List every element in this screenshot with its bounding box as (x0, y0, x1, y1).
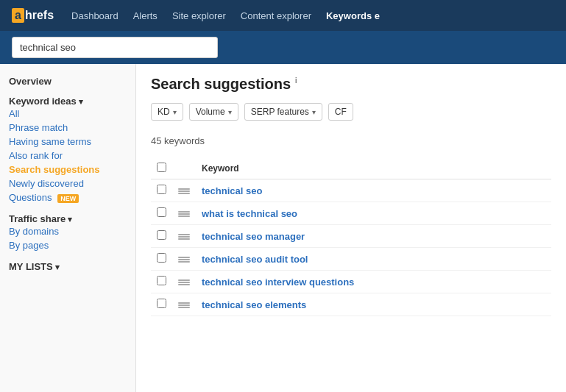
sidebar-item-by-pages[interactable]: By pages (9, 238, 127, 252)
sidebar: Overview Keyword ideas All Phrase match … (0, 64, 136, 392)
keywords-count: 45 keywords (151, 131, 551, 151)
row-checkbox-cell (151, 225, 172, 248)
sidebar-item-also-rank-for[interactable]: Also rank for (9, 149, 127, 163)
row-keyword-cell: technical seo interview questions (196, 271, 551, 293)
nav-keywords-explorer[interactable]: Keywords e (326, 1, 380, 30)
kd-arrow: ▾ (173, 108, 177, 116)
filter-kd[interactable]: KD ▾ (151, 103, 183, 121)
sidebar-item-search-suggestions[interactable]: Search suggestions (9, 163, 127, 177)
sidebar-traffic-share-group: Traffic share By domains By pages (9, 213, 127, 252)
row-checkbox-cell (151, 293, 172, 316)
lines-icon (178, 278, 190, 287)
select-all-checkbox[interactable] (157, 163, 166, 172)
keyword-link-0[interactable]: technical seo (202, 185, 262, 196)
row-checkbox-cell (151, 179, 172, 202)
row-checkbox-2[interactable] (157, 230, 166, 240)
search-bar (0, 31, 566, 64)
table-row: technical seo manager (151, 225, 551, 248)
sidebar-item-having-same-terms[interactable]: Having same terms (9, 135, 127, 149)
keyword-link-2[interactable]: technical seo manager (202, 231, 305, 242)
row-checkbox-cell (151, 271, 172, 293)
row-icon-cell (172, 248, 196, 271)
nav-alerts[interactable]: Alerts (133, 1, 158, 30)
table-header-keyword: Keyword (196, 158, 551, 179)
new-badge: NEW (57, 194, 79, 203)
logo-a-letter: a (12, 8, 24, 23)
filters-row: KD ▾ Volume ▾ SERP features ▾ CF (151, 103, 551, 121)
info-icon[interactable]: i (295, 76, 297, 85)
row-checkbox-0[interactable] (157, 185, 166, 194)
main-layout: Overview Keyword ideas All Phrase match … (0, 64, 566, 392)
sidebar-keyword-ideas-group: Keyword ideas All Phrase match Having sa… (9, 96, 127, 204)
row-icon-cell (172, 271, 196, 293)
row-checkbox-5[interactable] (157, 299, 166, 308)
table-row: technical seo elements (151, 293, 551, 316)
search-input[interactable] (12, 37, 218, 58)
page-title: Search suggestions i (151, 76, 551, 93)
sidebar-item-phrase-match[interactable]: Phrase match (9, 121, 127, 135)
keyword-link-1[interactable]: what is technical seo (202, 208, 297, 219)
nav-site-explorer[interactable]: Site explorer (172, 1, 226, 30)
sidebar-my-lists-title[interactable]: MY LISTS (9, 261, 60, 272)
table-row: what is technical seo (151, 202, 551, 225)
sidebar-traffic-share-title[interactable]: Traffic share (9, 213, 72, 224)
lines-icon (178, 210, 190, 218)
row-icon-cell (172, 202, 196, 225)
row-checkbox-4[interactable] (157, 276, 166, 285)
table-row: technical seo interview questions (151, 271, 551, 293)
keyword-link-4[interactable]: technical seo interview questions (202, 277, 354, 288)
lines-icon (178, 301, 190, 310)
row-checkbox-cell (151, 202, 172, 225)
row-keyword-cell: technical seo elements (196, 293, 551, 316)
filter-serp-features[interactable]: SERP features ▾ (244, 103, 322, 121)
filter-cf[interactable]: CF (328, 103, 353, 121)
sidebar-overview-group: Overview (9, 76, 127, 87)
table-row: technical seo (151, 179, 551, 202)
nav-dashboard[interactable]: Dashboard (71, 1, 118, 30)
keywords-table: Keyword technical seo (151, 158, 551, 316)
row-keyword-cell: technical seo (196, 179, 551, 202)
keyword-link-5[interactable]: technical seo elements (202, 299, 306, 310)
keyword-link-3[interactable]: technical seo audit tool (202, 254, 308, 265)
row-icon-cell (172, 225, 196, 248)
row-checkbox-1[interactable] (157, 207, 166, 217)
sidebar-my-lists-group: MY LISTS (9, 261, 127, 272)
filter-volume[interactable]: Volume ▾ (189, 103, 238, 121)
row-checkbox-3[interactable] (157, 253, 166, 263)
row-icon-cell (172, 179, 196, 202)
nav-content-explorer[interactable]: Content explorer (241, 1, 311, 30)
volume-arrow: ▾ (228, 108, 232, 116)
logo[interactable]: a hrefs (12, 8, 54, 23)
row-keyword-cell: technical seo manager (196, 225, 551, 248)
sidebar-item-by-domains[interactable]: By domains (9, 224, 127, 238)
table-header-icon (172, 158, 196, 179)
serp-arrow: ▾ (312, 108, 316, 116)
table-header-checkbox (151, 158, 172, 179)
top-nav: a hrefs Dashboard Alerts Site explorer C… (0, 0, 566, 31)
nav-items: Dashboard Alerts Site explorer Content e… (71, 1, 380, 30)
sidebar-item-all[interactable]: All (9, 107, 127, 121)
row-checkbox-cell (151, 248, 172, 271)
lines-icon (178, 232, 190, 241)
row-icon-cell (172, 293, 196, 316)
logo-hrefs-text: hrefs (25, 9, 54, 22)
table-row: technical seo audit tool (151, 248, 551, 271)
sidebar-item-newly-discovered[interactable]: Newly discovered (9, 177, 127, 190)
sidebar-item-questions[interactable]: Questions NEW (9, 190, 127, 204)
sidebar-keyword-ideas-title[interactable]: Keyword ideas (9, 96, 83, 107)
lines-icon (178, 255, 190, 264)
content-area: Search suggestions i KD ▾ Volume ▾ SERP … (136, 64, 566, 392)
row-keyword-cell: technical seo audit tool (196, 248, 551, 271)
sidebar-overview[interactable]: Overview (9, 76, 52, 87)
row-keyword-cell: what is technical seo (196, 202, 551, 225)
lines-icon (178, 187, 190, 196)
